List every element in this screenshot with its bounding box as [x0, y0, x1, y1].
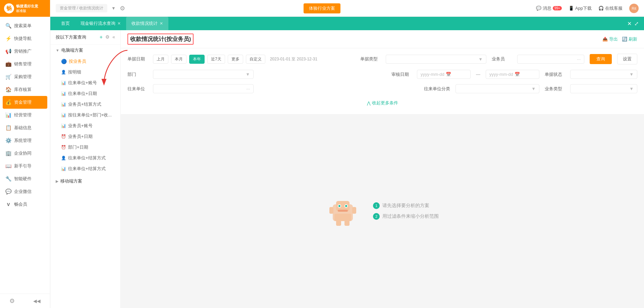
counterpart-category-select[interactable]: ▼ — [455, 84, 539, 93]
date-range-text: 2023-01-01 至 2023-12-31 — [270, 56, 317, 62]
svg-rect-10 — [344, 220, 350, 226]
review-date-end-input[interactable]: yyyy-mm-dd 📅 — [486, 70, 539, 79]
solution-button[interactable]: 体验行业方案 — [304, 3, 340, 13]
hint-num-1: 1 — [373, 202, 380, 209]
svg-rect-8 — [352, 207, 356, 214]
date-btn-more[interactable]: 更多 — [228, 55, 243, 64]
review-date-label: 审核日期 — [391, 71, 412, 78]
filter-row-1: 单据日期 上月 本月 本年 近7天 更多 自定义 2023-01-01 至 20… — [127, 54, 637, 64]
sidebar-item-basic[interactable]: 📋 基础信息 — [0, 121, 50, 134]
pc-group-label: 电脑端方案 — [61, 47, 83, 53]
add-scheme-icon[interactable]: + — [100, 34, 103, 40]
sidebar-item-quicknav[interactable]: ⚡ 快捷导航 — [0, 32, 50, 45]
collapse-sidebar-icon[interactable]: ◀◀ — [33, 298, 41, 304]
export-button[interactable]: 📤 导出 — [602, 36, 618, 42]
svg-point-5 — [345, 205, 347, 207]
topbar-arrow: ▼ — [111, 6, 116, 11]
scheme-item-salesperson-date[interactable]: ⏰ 业务员+日期 — [50, 131, 120, 142]
pc-scheme-list: 🔵 按业务员 👤 按明细 📊 往来单位+账号 📊 往来单位+日期 📊 — [50, 56, 120, 174]
scheme-item-detail[interactable]: 👤 按明细 — [50, 67, 120, 78]
date-btn-7days[interactable]: 近7天 — [207, 55, 225, 64]
scheme-icon-salesperson: 🔵 — [61, 59, 67, 64]
scheme-item-unit-account[interactable]: 📊 往来单位+账号 — [50, 78, 120, 88]
date-btn-this-year[interactable]: 本年 — [189, 55, 205, 64]
sidebar-item-system[interactable]: ⚙️ 系统管理 — [0, 134, 50, 147]
sidebar-item-wechat[interactable]: 💬 企业微信 — [0, 185, 50, 198]
counterpart-select[interactable]: ··· — [153, 84, 254, 93]
guide-icon: 📖 — [5, 163, 11, 169]
sidebar-item-finance[interactable]: 💰 资金管理 — [3, 96, 47, 109]
sidebar-item-search[interactable]: 🔍 搜索菜单 — [0, 19, 50, 32]
collapse-filter-button[interactable]: ⋀ 收起更多条件 — [367, 97, 398, 109]
scheme-icon-detail: 👤 — [61, 70, 66, 74]
empty-state: 1 请先选择要分析的方案 2 用过滤条件来缩小分析范围 — [326, 194, 439, 228]
scheme-item-salesperson-account[interactable]: 📊 业务员+账号 — [50, 120, 120, 131]
tab-bank-flow[interactable]: 现金银行流水查询 ✕ — [75, 17, 126, 30]
sidebar-item-enterprise[interactable]: 🏢 企业协同 — [0, 147, 50, 160]
voucher-status-select[interactable]: ▼ — [570, 70, 637, 79]
marketing-icon: 📢 — [5, 48, 11, 54]
tabbar: 首页 现金银行流水查询 ✕ 收款情况统计 ✕ ✕ ⤢ — [50, 17, 644, 30]
settings-bottom-icon[interactable]: ⚙ — [9, 297, 15, 305]
online-service-item[interactable]: 🎧 在线客服 — [598, 5, 623, 11]
scheme-item-dept-date[interactable]: ⏰ 部门+日期 — [50, 142, 120, 153]
app-download-item[interactable]: 📱 App下载 — [569, 5, 592, 11]
date-btn-custom[interactable]: 自定义 — [246, 55, 265, 64]
sidebar-item-purchase[interactable]: 🛒 采购管理 — [0, 70, 50, 83]
mobile-group-folder[interactable]: ▶ 移动端方案 — [50, 175, 120, 187]
date-btn-last-month[interactable]: 上月 — [153, 55, 168, 64]
close-all-icon[interactable]: ✕ — [627, 20, 632, 27]
scheme-settings-icon[interactable]: ⚙ — [105, 34, 110, 40]
tab-home[interactable]: 首页 — [56, 17, 75, 30]
logo-icon: 畅 — [4, 3, 14, 13]
sidebar-item-marketing[interactable]: 📢 营销推广 — [0, 45, 50, 58]
scheme-item-salesperson-settle[interactable]: 📊 业务员+结算方式 — [50, 99, 120, 110]
expand-icon[interactable]: ⤢ — [634, 20, 639, 27]
sidebar-item-smarthw[interactable]: 🔧 智能硬件 — [0, 172, 50, 185]
scheme-icon-unit-settle1: 👤 — [61, 156, 66, 160]
date-btn-this-month[interactable]: 本月 — [171, 55, 186, 64]
svg-rect-11 — [334, 214, 351, 221]
scheme-item-unit-dept[interactable]: 📊 按往来单位+部门+收... — [50, 110, 120, 120]
service-icon: 🎧 — [598, 6, 604, 11]
export-icon: 📤 — [602, 37, 608, 42]
messages-item[interactable]: 💬 消息 99+ — [536, 5, 562, 11]
query-button[interactable]: 查询 — [590, 54, 612, 64]
sidebar-item-guide[interactable]: 📖 新手引导 — [0, 160, 50, 172]
sidebar-item-operations[interactable]: 📊 经营管理 — [0, 109, 50, 121]
tab-collection-stats-close[interactable]: ✕ — [160, 21, 163, 26]
sidebar-item-inventory[interactable]: 🏠 库存核算 — [0, 83, 50, 96]
sidebar-item-sales[interactable]: 💼 销售管理 — [0, 58, 50, 70]
finance-icon: 💰 — [5, 99, 11, 105]
voucher-type-chevron: ▼ — [478, 57, 483, 62]
refresh-button[interactable]: 🔄 刷新 — [622, 36, 637, 42]
dept-label: 部门 — [127, 71, 148, 78]
setting-button[interactable]: 设置 — [617, 54, 637, 64]
avatar[interactable]: Rit — [629, 4, 639, 13]
counterpart-label: 往来单位 — [127, 86, 148, 92]
scheme-item-salesperson[interactable]: 🔵 按业务员 — [50, 56, 120, 67]
scheme-item-unit-settle2[interactable]: 📊 往来单位+结算方式 — [50, 163, 120, 174]
sidebar: 畅 畅捷通好生意 标准版 🔍 搜索菜单 ⚡ 快捷导航 📢 营销推广 💼 销售管理… — [0, 0, 50, 308]
sidebar-item-member[interactable]: V 畅会员 — [0, 198, 50, 211]
page-actions: 📤 导出 🔄 刷新 — [602, 36, 637, 42]
svg-rect-6 — [338, 210, 348, 212]
right-panel: 收款情况统计(按业务员) 📤 导出 🔄 刷新 单据日期 — [121, 30, 644, 308]
scheme-item-unit-date[interactable]: 📊 往来单位+日期 — [50, 88, 120, 99]
review-date-start-input[interactable]: yyyy-mm-dd 📅 — [417, 70, 471, 79]
pc-group-folder[interactable]: ▼ 电脑端方案 — [50, 45, 120, 56]
scheme-item-unit-settle1[interactable]: 👤 往来单位+结算方式 — [50, 153, 120, 163]
basic-icon: 📋 — [5, 125, 11, 131]
scheme-collapse-icon[interactable]: « — [112, 34, 115, 40]
gear-icon[interactable]: ⚙ — [120, 5, 125, 12]
biz-type-select[interactable]: ▼ — [570, 84, 637, 93]
voucher-type-select[interactable]: ▼ — [386, 55, 486, 64]
salesperson-select[interactable]: ··· — [517, 55, 584, 64]
tab-bank-flow-close[interactable]: ✕ — [117, 21, 121, 26]
svg-rect-9 — [336, 220, 341, 226]
tab-collection-stats[interactable]: 收款情况统计 ✕ — [126, 17, 168, 30]
voucher-type-label: 单据类型 — [360, 56, 380, 62]
left-panel-header: 按以下方案查询 + ⚙ « — [50, 30, 120, 45]
operations-icon: 📊 — [5, 112, 11, 118]
dept-select[interactable]: ▼ — [153, 70, 254, 79]
